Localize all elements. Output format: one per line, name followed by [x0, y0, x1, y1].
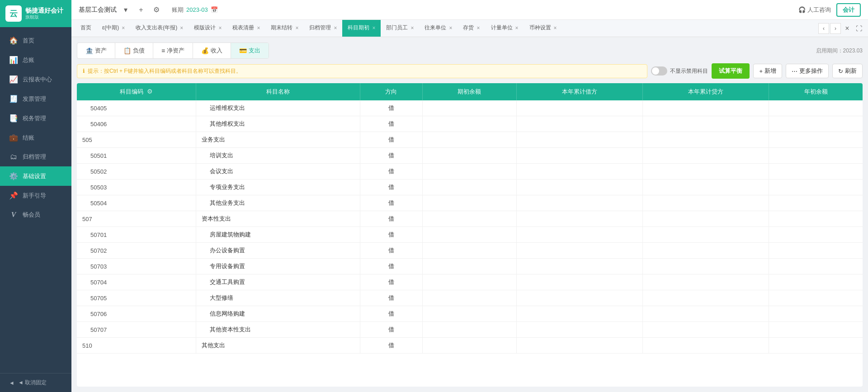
- cell-debit: [517, 164, 643, 179]
- tab-close-icon[interactable]: ×: [449, 25, 452, 31]
- table-row[interactable]: 507 资本性支出 借: [77, 211, 863, 227]
- tab-annual[interactable]: 收入支出表(年报) ×: [130, 20, 189, 37]
- tab-label: 首页: [80, 24, 91, 32]
- tab-template[interactable]: 模版设计 ×: [189, 20, 227, 37]
- tab-close-icon[interactable]: ×: [334, 25, 337, 31]
- tab-archive[interactable]: 归档管理 ×: [304, 20, 342, 37]
- sidebar-item-settings[interactable]: ⚙️ 基础设置: [0, 166, 71, 186]
- company-dropdown-btn[interactable]: ▾: [119, 4, 132, 16]
- tab-label: 期末结转: [271, 24, 292, 32]
- calendar-icon[interactable]: 📅: [211, 6, 218, 13]
- tab-home[interactable]: 首页: [75, 20, 97, 37]
- cell-code: 50703: [77, 259, 196, 274]
- table-row[interactable]: 50501 培训支出 借: [77, 148, 863, 164]
- period-selector: 账期 2023-03 📅: [172, 6, 218, 14]
- subtab-income[interactable]: 💰 收入: [193, 43, 231, 58]
- cell-name: 专用设备购置: [196, 259, 360, 274]
- tab-taxlist[interactable]: 税表清册 ×: [227, 20, 265, 37]
- tab-closing[interactable]: 期末结转 ×: [265, 20, 304, 37]
- subtab-assets[interactable]: 🏦 资产: [77, 43, 115, 58]
- add-btn[interactable]: + 新增: [753, 64, 782, 78]
- tab-units[interactable]: 计量单位 ×: [486, 20, 524, 37]
- sidebar-item-label: 总账: [23, 56, 34, 64]
- cell-yearstart: [769, 306, 863, 322]
- table-row[interactable]: 50705 大型修缮 借: [77, 290, 863, 306]
- cell-yearstart: [769, 259, 863, 274]
- sidebar-collapse-btn[interactable]: ◄ ◄ 取消固定: [0, 373, 71, 392]
- table-scroll-area[interactable]: 科目编码 ⚙ 科目名称 方向 期初余额 本年累计借方 本年累计贷方 年初余额: [77, 83, 863, 387]
- tab-close-icon[interactable]: ×: [180, 25, 183, 31]
- table-row[interactable]: 505 业务支出 借: [77, 132, 863, 148]
- sidebar-item-ledger[interactable]: 📊 总账: [0, 50, 71, 70]
- table-row[interactable]: 50706 信息网络购建 借: [77, 306, 863, 322]
- add-company-btn[interactable]: +: [135, 4, 147, 16]
- sidebar-item-tax[interactable]: 📑 税务管理: [0, 109, 71, 128]
- topbar: 基层工会测试 ▾ + ⚙ 账期 2023-03 📅 🎧 人工咨询 会计: [71, 0, 868, 20]
- more-btn[interactable]: ⋯ 更多操作: [786, 64, 829, 78]
- toolbar: ℹ 提示：按Ctrl + F键并输入科目编码或者科目名称可以查找科目。 不显示禁…: [77, 63, 863, 79]
- table-row[interactable]: 50703 专用设备购置 借: [77, 259, 863, 274]
- refresh-btn[interactable]: ↻ 刷新: [832, 64, 863, 78]
- cell-opening: [422, 100, 517, 116]
- col-debit: 本年累计借方: [517, 83, 643, 100]
- cell-credit: [643, 274, 769, 290]
- sidebar-item-reports[interactable]: 📈 云报表中心: [0, 70, 71, 89]
- col-settings-icon[interactable]: ⚙: [147, 88, 153, 95]
- table-row[interactable]: 50707 其他资本性支出 借: [77, 322, 863, 338]
- service-btn[interactable]: 🎧 人工咨询: [798, 6, 831, 14]
- tab-midterm[interactable]: ε(中期) ×: [97, 20, 130, 37]
- tab-next-btn[interactable]: ›: [830, 23, 841, 34]
- tab-close-icon[interactable]: ×: [295, 25, 298, 31]
- logo-text-block: 畅捷通好会计 旗舰版: [25, 7, 63, 21]
- sidebar-item-invoice[interactable]: 🧾 发票管理: [0, 89, 71, 109]
- tab-prev-btn[interactable]: ‹: [818, 23, 829, 34]
- cell-direction: 借: [360, 148, 422, 164]
- tab-close-icon[interactable]: ×: [554, 25, 557, 31]
- table-row[interactable]: 50702 办公设备购置 借: [77, 243, 863, 259]
- col-yearstart: 年初余额: [769, 83, 863, 100]
- table-row[interactable]: 50701 房屋建筑物购建 借: [77, 227, 863, 243]
- subtab-liabilities[interactable]: 📋 负债: [115, 43, 153, 58]
- cell-credit: [643, 306, 769, 322]
- subtab-expense[interactable]: 💳 支出: [231, 43, 269, 58]
- tab-expand-btn[interactable]: ⛶: [854, 23, 864, 34]
- balance-btn[interactable]: 试算平衡: [712, 63, 750, 79]
- cell-code: 50502: [77, 164, 196, 179]
- cell-credit: [643, 195, 769, 211]
- sidebar-item-closing[interactable]: 💼 结账: [0, 128, 71, 147]
- cell-opening: [422, 179, 517, 195]
- cell-name: 运维维权支出: [196, 100, 360, 116]
- sidebar-item-archive[interactable]: 🗂 归档管理: [0, 147, 71, 166]
- table-row[interactable]: 50405 运维维权支出 借: [77, 100, 863, 116]
- sidebar-item-home[interactable]: 🏠 首页: [0, 31, 71, 50]
- tab-close-icon[interactable]: ×: [372, 25, 375, 31]
- tab-currency[interactable]: 币种设置 ×: [524, 20, 562, 37]
- tab-dept[interactable]: 部门员工 ×: [381, 20, 419, 37]
- tab-close-icon[interactable]: ×: [410, 25, 414, 31]
- table-row[interactable]: 50704 交通工具购置 借: [77, 274, 863, 290]
- content-area: 🏦 资产 📋 负债 ≡ 净资产 💰 收入 💳 支出: [71, 37, 868, 392]
- sidebar-item-member[interactable]: V 畅会员: [0, 205, 71, 224]
- table-row[interactable]: 50504 其他业务支出 借: [77, 195, 863, 211]
- tab-contacts[interactable]: 往来单位 ×: [419, 20, 458, 37]
- table-row[interactable]: 50502 会议支出 借: [77, 164, 863, 179]
- cell-direction: 借: [360, 195, 422, 211]
- table-row[interactable]: 510 其他支出 借: [77, 338, 863, 354]
- tab-close-icon[interactable]: ×: [257, 25, 260, 31]
- settings-btn[interactable]: ⚙: [150, 4, 163, 16]
- cell-yearstart: [769, 227, 863, 243]
- sidebar-item-guide[interactable]: 📌 新手引导: [0, 186, 71, 205]
- tab-subject-init[interactable]: 科目期初 ×: [342, 20, 381, 37]
- table-row[interactable]: 50503 专项业务支出 借: [77, 179, 863, 195]
- tab-close-icon[interactable]: ×: [122, 25, 125, 31]
- tab-close-icon[interactable]: ×: [476, 25, 480, 31]
- tab-close-icon[interactable]: ×: [218, 25, 222, 31]
- tab-close-all-btn[interactable]: ×: [842, 23, 853, 34]
- table-row[interactable]: 50406 其他维权支出 借: [77, 116, 863, 132]
- account-btn[interactable]: 会计: [836, 3, 861, 17]
- tab-close-icon[interactable]: ×: [515, 25, 519, 31]
- tab-inventory[interactable]: 存货 ×: [458, 20, 485, 37]
- subtab-netassets[interactable]: ≡ 净资产: [153, 43, 193, 58]
- sidebar-item-label: 发票管理: [23, 95, 46, 103]
- disabled-toggle[interactable]: [651, 66, 667, 76]
